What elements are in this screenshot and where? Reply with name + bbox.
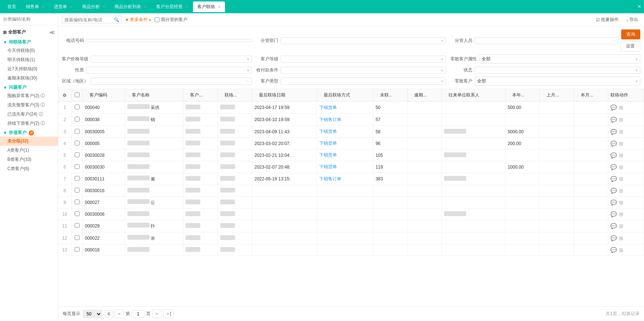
grid-action-icon[interactable]: ⊞ bbox=[619, 176, 623, 182]
tab-goods-analysis-list-close[interactable]: × bbox=[144, 4, 146, 9]
tab-goods-analysis-close[interactable]: × bbox=[103, 4, 105, 9]
col-code[interactable]: ⋮客户编码 bbox=[82, 89, 125, 102]
first-page-button[interactable]: K bbox=[105, 310, 113, 318]
my-customers-toggle[interactable]: 我分管的客户 bbox=[155, 17, 187, 23]
row-checkbox[interactable] bbox=[71, 185, 82, 197]
contact-icon[interactable]: 💬 bbox=[610, 117, 617, 123]
grid-action-icon[interactable]: ⊞ bbox=[619, 200, 623, 205]
col-name[interactable]: ⋮客户名称 bbox=[125, 89, 183, 102]
window-close-button[interactable]: × bbox=[638, 3, 641, 10]
tab-purchase-close[interactable]: × bbox=[70, 4, 72, 9]
reset-button[interactable]: 设置 bbox=[620, 41, 640, 52]
sidebar-item-class-c[interactable]: C类客户(6) bbox=[0, 164, 58, 173]
tab-purchase[interactable]: 进货单 × bbox=[49, 1, 77, 12]
grid-action-icon[interactable]: ⊞ bbox=[619, 152, 623, 158]
grid-action-icon[interactable]: ⊞ bbox=[619, 117, 623, 123]
gender-input[interactable]: ∨ bbox=[86, 67, 252, 74]
grid-action-icon[interactable]: ⊞ bbox=[619, 211, 623, 217]
col-last-month[interactable]: ⋮上月... bbox=[539, 89, 574, 102]
section-problem-customers[interactable]: ▼ 问题客户 bbox=[0, 83, 58, 91]
contact-icon[interactable]: 💬 bbox=[610, 152, 617, 158]
main-search-icon[interactable]: 🔍 bbox=[114, 17, 119, 22]
staff-input[interactable]: ··· bbox=[475, 37, 618, 44]
sidebar-search-input[interactable] bbox=[3, 17, 58, 22]
customer-level-input[interactable]: ∨ bbox=[281, 56, 446, 63]
export-button[interactable]: ↓ 导出 bbox=[624, 15, 640, 24]
grid-action-icon[interactable]: ⊞ bbox=[619, 188, 623, 194]
page-size-select[interactable]: 50 100 200 bbox=[83, 310, 102, 318]
tab-home[interactable]: 首页 bbox=[3, 1, 21, 12]
last-page-button[interactable]: ＞| bbox=[163, 310, 174, 318]
row-checkbox[interactable] bbox=[71, 126, 82, 138]
next-page-button[interactable]: ＞ bbox=[152, 310, 162, 318]
col-this-month[interactable]: ⋮本月... bbox=[574, 89, 608, 102]
grid-action-icon[interactable]: ⊞ bbox=[619, 235, 623, 241]
contact-icon[interactable]: 💬 bbox=[610, 141, 617, 147]
sidebar-item-overdue-contact[interactable]: 逾期未联络(30) bbox=[0, 74, 58, 83]
contact-icon[interactable]: 💬 bbox=[610, 188, 617, 194]
col-this-year[interactable]: ⋮本年... bbox=[505, 89, 539, 102]
page-number-input[interactable] bbox=[131, 310, 145, 318]
sidebar-item-ungrouped[interactable]: 未分组(32) bbox=[0, 137, 58, 146]
col-overdue[interactable]: ⋮逾期... bbox=[408, 89, 442, 102]
zero-attr-input[interactable]: 全部 ∨ bbox=[479, 54, 640, 64]
col-last-date[interactable]: ⋮最后联络日期 bbox=[252, 89, 317, 102]
price-level-input[interactable]: ∨ bbox=[91, 56, 252, 63]
grid-action-icon[interactable]: ⊞ bbox=[619, 164, 623, 170]
sidebar-item-today-pending[interactable]: 今天待联络(0) bbox=[0, 46, 58, 55]
phone-input[interactable] bbox=[86, 39, 252, 42]
payment-input[interactable]: ∨ bbox=[281, 67, 446, 74]
contact-icon[interactable]: 💬 bbox=[610, 211, 617, 217]
contact-icon[interactable]: 💬 bbox=[610, 129, 617, 135]
row-checkbox[interactable] bbox=[71, 197, 82, 209]
tab-goods-analysis-list[interactable]: 商品分析列表 × bbox=[110, 1, 151, 12]
row-checkbox[interactable] bbox=[71, 114, 82, 126]
sidebar-item-class-b[interactable]: B类客户(33) bbox=[0, 155, 58, 164]
sidebar-item-churned[interactable]: 已流失客户(24) ⓘ bbox=[0, 110, 58, 119]
tab-customer-contact-close[interactable]: × bbox=[218, 4, 220, 9]
contact-icon[interactable]: 💬 bbox=[610, 223, 617, 229]
sidebar-item-tomorrow-pending[interactable]: 明天待联络(1) bbox=[0, 55, 58, 64]
contact-icon[interactable]: 💬 bbox=[610, 176, 617, 182]
section-value-customers[interactable]: ▼ 价值客户 ↺ bbox=[0, 128, 58, 137]
col-settings[interactable]: ⚙ bbox=[58, 89, 71, 102]
row-checkbox[interactable] bbox=[71, 232, 82, 244]
customer-type-input[interactable]: ∨ bbox=[281, 78, 446, 85]
row-checkbox[interactable] bbox=[71, 244, 82, 256]
contact-icon[interactable]: 💬 bbox=[610, 235, 617, 241]
row-checkbox[interactable] bbox=[71, 173, 82, 185]
col-type[interactable]: ⋮客户... bbox=[183, 89, 218, 102]
section-pending-contact[interactable]: ▼ 待联络客户 bbox=[0, 38, 58, 46]
status-input[interactable]: ∨ bbox=[475, 67, 640, 74]
contact-icon[interactable]: 💬 bbox=[610, 247, 617, 253]
my-customers-checkbox[interactable] bbox=[155, 17, 159, 22]
tab-customer-contact[interactable]: 客户联络 × bbox=[193, 1, 225, 12]
col-uncontact[interactable]: ⋮未联... bbox=[373, 89, 407, 102]
tab-customer-layer[interactable]: 客户分层经营 × bbox=[152, 1, 192, 12]
grid-action-icon[interactable]: ⊞ bbox=[619, 129, 623, 135]
grid-action-icon[interactable]: ⊞ bbox=[619, 105, 623, 110]
row-checkbox[interactable] bbox=[71, 102, 82, 114]
sidebar-root-all-customers[interactable]: ⊞ 全部客户 ≪ bbox=[0, 27, 58, 38]
col-last-type[interactable]: ⋮最后联络方式 bbox=[317, 89, 373, 102]
col-checkbox[interactable] bbox=[71, 89, 82, 102]
sidebar-item-hoarding-abnormal[interactable]: 囤购异常客户(2) ⓘ bbox=[0, 91, 58, 100]
row-checkbox[interactable] bbox=[71, 149, 82, 161]
grid-action-icon[interactable]: ⊞ bbox=[619, 247, 623, 253]
row-checkbox[interactable] bbox=[71, 161, 82, 173]
tab-sales[interactable]: 销售单 × bbox=[21, 1, 49, 12]
row-checkbox[interactable] bbox=[71, 220, 82, 232]
col-contact[interactable]: ⋮联络... bbox=[218, 89, 252, 102]
sidebar-item-class-a[interactable]: A类客户(1) bbox=[0, 146, 58, 155]
tab-customer-layer-close[interactable]: × bbox=[186, 4, 188, 9]
main-search-input[interactable] bbox=[64, 17, 112, 22]
search-button[interactable]: 查询 bbox=[621, 29, 640, 39]
sidebar-item-churn-warning[interactable]: 流失预警客户(3) ⓘ bbox=[0, 100, 58, 110]
contact-icon[interactable]: 💬 bbox=[610, 164, 617, 170]
tab-goods-analysis[interactable]: 商品分析 × bbox=[78, 1, 109, 12]
select-all-checkbox[interactable] bbox=[75, 92, 80, 97]
row-checkbox[interactable] bbox=[71, 209, 82, 220]
dept-input[interactable]: ∨ bbox=[281, 37, 446, 44]
more-conditions-button[interactable]: ▼ 更多条件 ∧ bbox=[125, 17, 152, 23]
contact-icon[interactable]: 💬 bbox=[610, 200, 617, 205]
